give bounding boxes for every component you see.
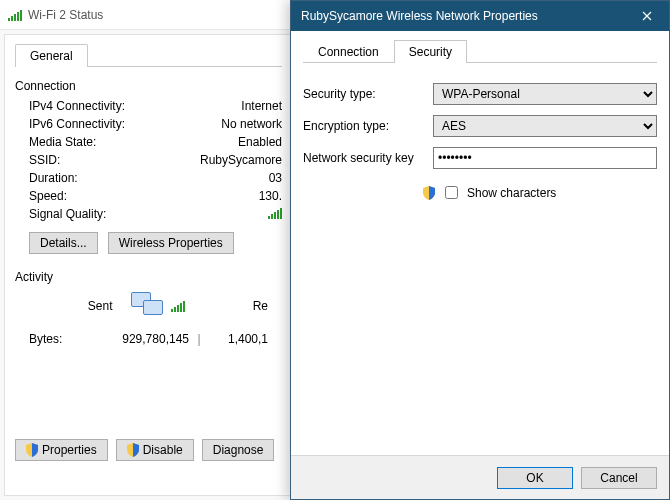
bytes-recv-value: 1,400,1: [209, 332, 268, 346]
signal-quality-label: Signal Quality:: [29, 207, 159, 222]
ipv6-value: No network: [159, 117, 282, 131]
signal-strength-icon: [8, 9, 22, 21]
network-properties-titlebar: RubySycamore Wireless Network Properties: [291, 1, 669, 31]
ipv4-label: IPv4 Connectivity:: [29, 99, 159, 113]
tab-general[interactable]: General: [15, 44, 88, 67]
status-tabs: General: [15, 43, 282, 67]
ipv6-label: IPv6 Connectivity:: [29, 117, 159, 131]
disable-button[interactable]: Disable: [116, 439, 194, 461]
tab-security[interactable]: Security: [394, 40, 467, 63]
tab-connection[interactable]: Connection: [303, 40, 394, 63]
wifi-status-window: Wi-Fi 2 Status General Connection IPv4 C…: [0, 0, 298, 500]
connection-section: Connection IPv4 Connectivity:Internet IP…: [15, 79, 282, 254]
wireless-properties-button[interactable]: Wireless Properties: [108, 232, 234, 254]
security-type-select[interactable]: WPA-Personal: [433, 83, 657, 105]
bytes-sent-value: 929,780,145: [89, 332, 189, 346]
activity-heading: Activity: [15, 270, 282, 284]
speed-label: Speed:: [29, 189, 159, 203]
disable-button-label: Disable: [143, 443, 183, 457]
sent-label: Sent: [29, 299, 113, 313]
connection-heading: Connection: [15, 79, 282, 93]
wifi-status-titlebar: Wi-Fi 2 Status: [0, 0, 297, 30]
encryption-type-select[interactable]: AES: [433, 115, 657, 137]
activity-monitors-icon: [131, 292, 167, 320]
properties-tabs: Connection Security: [303, 39, 657, 63]
cancel-button[interactable]: Cancel: [581, 467, 657, 489]
security-form: Security type: WPA-Personal Encryption t…: [303, 83, 657, 202]
duration-label: Duration:: [29, 171, 159, 185]
wifi-status-title: Wi-Fi 2 Status: [28, 8, 103, 22]
network-key-input[interactable]: [433, 147, 657, 169]
bytes-label: Bytes:: [29, 332, 89, 346]
shield-icon: [26, 443, 38, 457]
ipv4-value: Internet: [159, 99, 282, 113]
signal-quality-icon: [268, 207, 282, 219]
security-type-label: Security type:: [303, 87, 433, 101]
network-key-label: Network security key: [303, 151, 433, 165]
media-label: Media State:: [29, 135, 159, 149]
shield-icon: [127, 443, 139, 457]
duration-value: 03: [159, 171, 282, 185]
received-label: Re: [185, 299, 269, 313]
wifi-status-body: General Connection IPv4 Connectivity:Int…: [4, 34, 293, 496]
network-properties-title: RubySycamore Wireless Network Properties: [301, 9, 538, 23]
encryption-type-label: Encryption type:: [303, 119, 433, 133]
ssid-label: SSID:: [29, 153, 159, 167]
properties-button-label: Properties: [42, 443, 97, 457]
network-properties-window: RubySycamore Wireless Network Properties…: [290, 0, 670, 500]
show-characters-label: Show characters: [467, 186, 556, 200]
network-properties-body: Connection Security Security type: WPA-P…: [291, 31, 669, 455]
media-value: Enabled: [159, 135, 282, 149]
close-button[interactable]: [625, 1, 669, 31]
properties-button[interactable]: Properties: [15, 439, 108, 461]
show-characters-checkbox[interactable]: [445, 186, 458, 199]
network-properties-footer: OK Cancel: [291, 455, 669, 499]
activity-signal-icon: [171, 300, 185, 312]
bytes-divider: |: [189, 332, 209, 346]
shield-icon: [423, 186, 435, 200]
details-button[interactable]: Details...: [29, 232, 98, 254]
ok-button[interactable]: OK: [497, 467, 573, 489]
speed-value: 130.: [159, 189, 282, 203]
activity-section: Activity Sent Re Bytes: 929,780,145: [15, 270, 282, 346]
diagnose-button[interactable]: Diagnose: [202, 439, 275, 461]
ssid-value: RubySycamore: [159, 153, 282, 167]
signal-quality-value: [159, 207, 282, 222]
close-icon: [642, 11, 652, 21]
